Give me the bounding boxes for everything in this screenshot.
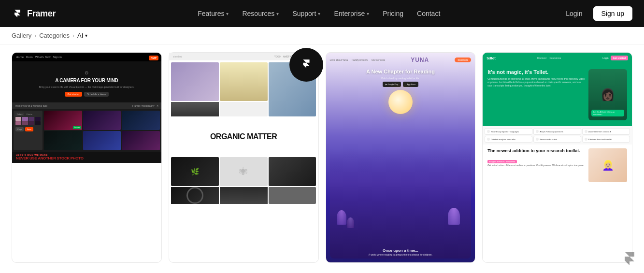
nav-pricing[interactable]: Pricing	[377, 7, 409, 20]
card3-app-store-button[interactable]: App Store	[403, 82, 418, 87]
card3-plant-1	[337, 210, 346, 225]
mosaic-cell-dark-figure	[269, 157, 316, 186]
card4-nav-discover: Discover	[537, 57, 546, 59]
card4-hero-description: Conduct hundreds of interviews at once. …	[487, 77, 585, 87]
card1-logo-icon: ⊙	[17, 70, 157, 75]
nav-enterprise[interactable]: Enterprise ▾	[328, 7, 375, 20]
card1-panel-bar: Profile view of a woman's face Framer Ph…	[12, 102, 161, 109]
card3-story-container: Once upon a time... A world where readin…	[367, 246, 434, 259]
card2-framer-logo-icon	[301, 58, 312, 71]
navbar-navigation: Features ▾ Resources ▾ Support ▾ Enterpr…	[79, 7, 559, 20]
card4-login-link[interactable]: Login	[602, 57, 608, 59]
breadcrumb-categories[interactable]: Categories	[39, 32, 70, 39]
breadcrumb-gallery[interactable]: Gallery	[12, 32, 31, 39]
mosaic-cell-portrait	[220, 187, 268, 204]
gallery-grid: Home Docs What's New Sign in NEW ⊙ A CAM…	[0, 44, 644, 271]
card1-cta-secondary[interactable]: Schedule a demo	[84, 92, 109, 97]
card4-person2-photo: 👱🏼‍♀️	[588, 148, 627, 182]
card3-story-title: Once upon a time...	[369, 248, 432, 253]
card4-section2-title: The newest addition to your research too…	[487, 148, 585, 154]
card3-google-play-button[interactable]: ▶ Google Play	[383, 82, 401, 87]
gallery-card-organic-matter[interactable]: standard YOEH AMEFIO GRHFME RIGHT ORGANI…	[169, 52, 319, 263]
card2-mosaic-grid: ORGANIC MATTER 🌿 🕷	[169, 60, 318, 206]
card4-cta-button[interactable]: Get started	[611, 56, 628, 60]
card4-chat-overlay: Let this AI build follow-up questions...	[591, 110, 624, 116]
gallery-card-tellet[interactable]: tellet Discover Resources Login Get star…	[482, 52, 632, 263]
card4-feature-icon-6	[585, 138, 587, 141]
navbar-actions: Login Sign up	[559, 6, 632, 21]
mosaic-cell-horse	[171, 102, 219, 116]
card4-hero-title: It's not magic, it's Tellet.	[487, 69, 585, 75]
card3-headline-text: A New Chapter for Reading	[366, 68, 435, 75]
mosaic-cell-light	[220, 62, 268, 101]
mosaic-cell-figure	[220, 102, 268, 116]
framer-logo-icon	[12, 8, 23, 19]
card4-feature-5: Secure audio-to-text	[533, 136, 581, 143]
card3-nav-link-1: Love about Yuna	[330, 58, 348, 61]
login-button[interactable]: Login	[559, 7, 589, 20]
card1-cta-primary[interactable]: Get started	[65, 92, 83, 97]
card1-color-swatches	[15, 117, 41, 125]
card4-hero: It's not magic, it's Tellet. Conduct hun…	[483, 63, 632, 126]
resources-chevron-icon: ▾	[276, 11, 279, 16]
card4-feature-icon-3	[585, 130, 587, 133]
card3-nav-link-2: Family reviews	[352, 58, 368, 61]
breadcrumb-dropdown-icon: ▾	[85, 33, 87, 38]
card4-feature-6: Eliminate from traditional AI	[582, 136, 630, 143]
card3-plant-3	[448, 208, 460, 225]
card4-feature-icon-4	[487, 138, 490, 141]
nav-resources[interactable]: Resources ▾	[236, 7, 285, 20]
card3-plant-2	[347, 217, 354, 228]
card4-insights-badge: Insights in hours, not weeks.	[487, 160, 517, 163]
mosaic-cell-thorns: 🌿	[171, 157, 219, 186]
enterprise-chevron-icon: ▾	[367, 11, 369, 16]
card4-feature-icon-1	[487, 130, 490, 133]
card4-nav-links: Discover Resources	[537, 57, 561, 59]
card4-section2-image: 👱🏼‍♀️	[588, 148, 627, 182]
features-chevron-icon: ▾	[226, 11, 229, 16]
mosaic-cell-extra	[269, 187, 316, 204]
card3-logo: YUNA	[411, 57, 429, 63]
card3-landscape	[330, 149, 472, 259]
card1-color-palette: Colors Palette Crop	[14, 111, 43, 150]
mosaic-cell-skeleton: 🕷	[220, 157, 268, 186]
nav-features[interactable]: Features ▾	[192, 7, 234, 20]
gallery-card-visual-electric[interactable]: Home Docs What's New Sign in NEW ⊙ A CAM…	[12, 52, 162, 263]
gallery-card-yuna[interactable]: Love about Yuna Family reviews Our servi…	[326, 52, 476, 263]
navbar-logo[interactable]: Framer	[12, 8, 56, 19]
breadcrumb-current[interactable]: AI ▾	[77, 32, 87, 39]
card3-store-buttons: ▶ Google Play App Store	[383, 82, 419, 87]
navbar: Framer Features ▾ Resources ▾ Support ▾ …	[0, 0, 644, 27]
card3-illustration: Once upon a time... A world where readin…	[330, 90, 472, 259]
card4-hero-image: 👩🏿 Let this AI build follow-up questions…	[588, 69, 627, 120]
card3-start-button[interactable]: Start here	[455, 57, 471, 62]
breadcrumb: Gallery › Categories › AI ▾	[0, 27, 644, 44]
mosaic-cell-circle	[171, 187, 219, 204]
card3-headline-container: A New Chapter for Reading	[366, 68, 435, 75]
nav-contact[interactable]: Contact	[411, 7, 446, 20]
signup-button[interactable]: Sign up	[593, 6, 632, 21]
card3-content: Love about Yuna Family reviews Our servi…	[326, 53, 475, 262]
card1-subtitle: Bring your vision to life with Visual El…	[17, 86, 157, 89]
card4-content: tellet Discover Resources Login Get star…	[483, 53, 632, 262]
card4-nav-actions: Login Get started	[602, 56, 628, 60]
card1-tagline: NEVER USE ANOTHER STOCK PHOTO	[16, 157, 157, 161]
card1-new-badge: NEW	[149, 56, 158, 60]
card3-moon-illustration	[388, 90, 413, 114]
card4-section2: The newest addition to your research too…	[483, 144, 632, 262]
card1-tagline-container: HERE'S WHY WE MADE NEVER USE ANOTHER STO…	[12, 152, 161, 163]
card4-section2-desc: Get to the bottom of the most audience q…	[487, 164, 585, 167]
card2-logo-overlay	[289, 48, 323, 82]
breadcrumb-sep-2: ›	[72, 32, 74, 39]
card4-feature-1: Seamlessly import 47 languages	[485, 128, 532, 135]
mosaic-cell-flowers	[171, 62, 219, 101]
card4-features-grid: Seamlessly import 47 languages AI-Q & Fo…	[483, 126, 632, 144]
support-chevron-icon: ▾	[318, 11, 320, 16]
card4-nav-resources: Resources	[549, 57, 561, 59]
card2-organic-matter-text: ORGANIC MATTER	[171, 117, 316, 156]
card1-editor-panel: Colors Palette Crop	[12, 109, 161, 152]
nav-support[interactable]: Support ▾	[286, 7, 326, 20]
card1-content: Home Docs What's New Sign in NEW ⊙ A CAM…	[12, 53, 161, 262]
card1-topbar: Home Docs What's New Sign in NEW	[12, 53, 161, 61]
card4-feature-icon-5	[536, 138, 539, 141]
